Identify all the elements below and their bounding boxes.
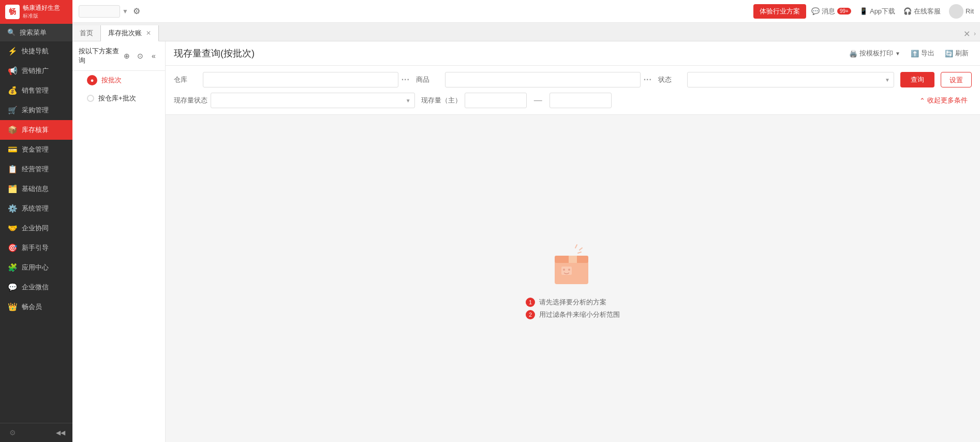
sidebar-item-operation[interactable]: 📋 经营管理 — [0, 159, 72, 179]
topbar-gear-icon[interactable]: ⚙ — [130, 5, 143, 18]
tab-home[interactable]: 首页 — [72, 25, 101, 41]
empty-illustration — [547, 238, 599, 289]
sidebar-footer: ⚙ ◀◀ — [0, 423, 72, 442]
svg-rect-2 — [569, 256, 577, 263]
warehouse-label: 仓库 — [174, 75, 200, 84]
app-download-group[interactable]: 📱 App下载 — [859, 7, 895, 16]
collapse-icon: ⌃ — [919, 97, 925, 105]
product-input[interactable] — [445, 72, 641, 87]
user-group[interactable]: Rit — [949, 4, 974, 19]
svg-line-7 — [580, 248, 582, 250]
sidebar-item-sales[interactable]: 💰 销售管理 — [0, 81, 72, 100]
app-version: 标准版 — [23, 12, 60, 20]
finance-icon: 💳 — [7, 145, 18, 154]
panel-close-btn[interactable]: ✕ — [959, 26, 974, 41]
status-label: 状态 — [658, 75, 684, 84]
svg-line-6 — [575, 245, 577, 248]
sidebar-item-system[interactable]: ⚙️ 系统管理 — [0, 199, 72, 218]
sidebar-label: 经营管理 — [22, 165, 49, 174]
sidebar: 畅 畅康通好生意 标准版 🔍 搜索菜单 ⚡ 快捷导航 📢 营销推广 💰 销售管理… — [0, 0, 72, 442]
empty-hint-2-text: 用过滤条件来缩小分析范围 — [539, 310, 620, 319]
inventory-status-select[interactable] — [211, 93, 415, 108]
warehouse-input[interactable] — [203, 72, 398, 87]
sidebar-item-apps[interactable]: 🧩 应用中心 — [0, 258, 72, 277]
scheme-label: 按仓库+批次 — [98, 94, 136, 103]
quantity-max-input[interactable] — [550, 93, 612, 108]
topbar: ▼ ⚙ 体验行业方案 💬 消息 99+ 📱 App下载 🎧 在线客服 Rit — [72, 0, 980, 23]
sidebar-label: 营销推广 — [22, 66, 49, 76]
sidebar-label: 应用中心 — [22, 263, 49, 272]
customer-service-group[interactable]: 🎧 在线客服 — [903, 7, 941, 16]
message-group[interactable]: 💬 消息 99+ — [811, 7, 851, 16]
sidebar-item-purchase[interactable]: 🛒 采购管理 — [0, 100, 72, 120]
sidebar-item-basic[interactable]: 🗂️ 基础信息 — [0, 179, 72, 199]
sidebar-label: 基础信息 — [22, 184, 49, 194]
status-select[interactable]: 全部 正常 停用 — [687, 72, 894, 87]
product-label: 商品 — [416, 75, 442, 84]
inventory-icon: 📦 — [7, 125, 18, 135]
sidebar-item-collab[interactable]: 🤝 企业协同 — [0, 218, 72, 238]
marketing-icon: 📢 — [7, 66, 18, 76]
print-btn[interactable]: 🖨️ 按模板打印 ▼ — [846, 47, 903, 60]
user-name: Rit — [966, 7, 974, 15]
filter-settings-button[interactable]: 设置 — [941, 72, 972, 87]
quantity-min-input[interactable] — [465, 93, 527, 108]
scheme-label: 按批次 — [101, 76, 122, 85]
warehouse-dots-btn[interactable]: ··· — [402, 75, 410, 84]
add-scheme-btn[interactable]: ⊕ — [122, 51, 132, 61]
product-dots-btn[interactable]: ··· — [644, 75, 652, 84]
collapse-arrow-icon: ◀◀ — [56, 429, 65, 436]
print-label: 按模板打印 — [859, 49, 893, 58]
sidebar-label: 采购管理 — [22, 106, 49, 115]
scheme-collapse-btn[interactable]: « — [149, 51, 159, 61]
empty-hint-1-text: 请先选择要分析的方案 — [539, 298, 606, 307]
scheme-active-icon: ● — [87, 75, 97, 85]
page-header: 现存量查询(按批次) 🖨️ 按模板打印 ▼ ⬆️ 导出 🔄 刷新 — [166, 41, 980, 66]
breadcrumb-input[interactable] — [79, 5, 120, 18]
collapse-conditions-btn[interactable]: ⌃ 收起更多条件 — [915, 94, 972, 107]
app-download-label: App下载 — [870, 7, 895, 16]
refresh-btn[interactable]: 🔄 刷新 — [942, 47, 972, 60]
panel-arrow-icon[interactable]: › — [974, 30, 976, 37]
empty-state: 1 请先选择要分析的方案 2 用过滤条件来缩小分析范围 — [166, 115, 980, 442]
export-icon: ⬆️ — [911, 50, 919, 57]
main-area: ▼ ⚙ 体验行业方案 💬 消息 99+ 📱 App下载 🎧 在线客服 Rit — [72, 0, 980, 442]
sidebar-search[interactable]: 🔍 搜索菜单 — [0, 24, 72, 41]
sidebar-item-inventory[interactable]: 📦 库存核算 — [0, 120, 72, 140]
scheme-item-by-warehouse-batch[interactable]: 按仓库+批次 — [72, 90, 165, 107]
tab-close-icon[interactable]: ✕ — [146, 30, 151, 37]
collapse-sidebar-btn[interactable]: ◀◀ — [56, 429, 65, 436]
purchase-icon: 🛒 — [7, 106, 18, 115]
tab-inventory-batch[interactable]: 库存批次账 ✕ — [101, 25, 159, 41]
quantity-dash: — — [530, 93, 546, 108]
refresh-icon: 🔄 — [945, 50, 953, 57]
sidebar-label: 畅会员 — [22, 302, 42, 312]
sidebar-item-shortcut[interactable]: ⚡ 快捷导航 — [0, 41, 72, 61]
collab-icon: 🤝 — [7, 224, 18, 233]
sidebar-label: 快捷导航 — [22, 47, 49, 56]
dropdown-icon[interactable]: ▼ — [122, 8, 128, 15]
experience-btn[interactable]: 体验行业方案 — [753, 4, 806, 19]
scheme-item-by-batch[interactable]: ● 按批次 — [72, 71, 165, 90]
message-badge: 99+ — [837, 8, 851, 14]
main-panel: 现存量查询(按批次) 🖨️ 按模板打印 ▼ ⬆️ 导出 🔄 刷新 — [166, 41, 980, 442]
sidebar-item-wechat[interactable]: 💬 企业微信 — [0, 277, 72, 297]
settings-btn[interactable]: ⚙ — [7, 428, 18, 438]
basic-icon: 🗂️ — [7, 184, 18, 194]
query-button[interactable]: 查询 — [900, 72, 934, 87]
sidebar-item-finance[interactable]: 💳 资金管理 — [0, 140, 72, 159]
sales-icon: 💰 — [7, 86, 18, 95]
sidebar-item-marketing[interactable]: 📢 营销推广 — [0, 61, 72, 81]
sidebar-label: 资金管理 — [22, 145, 49, 154]
app-title: 畅康通好生意 — [23, 4, 60, 12]
sidebar-item-member[interactable]: 👑 畅会员 — [0, 297, 72, 317]
svg-point-5 — [568, 269, 570, 271]
export-btn[interactable]: ⬆️ 导出 — [908, 47, 938, 60]
sidebar-label: 新手引导 — [22, 243, 49, 253]
scheme-settings-btn[interactable]: ⊙ — [135, 51, 145, 61]
sidebar-item-guide[interactable]: 🎯 新手引导 — [0, 238, 72, 258]
filter-area: 仓库 ··· 商品 ··· 状态 全部 — [166, 66, 980, 115]
warehouse-field: 仓库 ··· — [174, 72, 410, 87]
operation-icon: 📋 — [7, 165, 18, 174]
inventory-status-field: 现存量状态 ▼ — [174, 93, 415, 108]
